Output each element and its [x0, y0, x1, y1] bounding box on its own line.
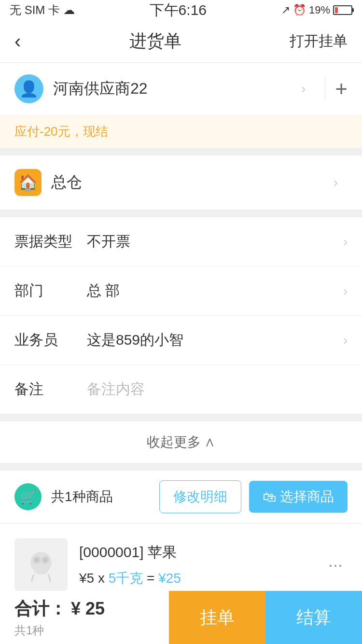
products-icon: 🛒	[14, 483, 42, 510]
total-count: 共1种	[14, 623, 154, 638]
info-text: 应付-20元，现结	[14, 124, 108, 139]
back-button[interactable]: ‹	[14, 30, 21, 52]
content-area: 👤 河南供应商22 › + 应付-20元，现结 🏠 总仓 › 票据类型 不开票 …	[0, 63, 362, 644]
select-product-icon: 🛍	[263, 489, 276, 505]
product-code: [0000001]	[79, 544, 143, 560]
product-title-name: 苹果	[148, 544, 177, 560]
product-owl-icon	[22, 546, 60, 584]
home-icon: 🏠	[18, 173, 38, 192]
salesperson-value: 这是859的小智	[72, 330, 343, 350]
salesperson-label: 业务员	[14, 330, 72, 350]
form-section: 票据类型 不开票 › 部门 总 部 › 业务员 这是859的小智 › 备注 备注…	[0, 217, 362, 414]
warehouse-name: 总仓	[51, 172, 334, 193]
svg-point-5	[34, 567, 48, 574]
product-name: [0000001] 苹果	[79, 543, 323, 562]
nav-bar: ‹ 进货单 打开挂单	[0, 20, 362, 63]
svg-point-4	[43, 558, 47, 562]
department-chevron-icon: ›	[343, 283, 348, 299]
sim-status: 无 SIM 卡 ☁	[10, 2, 75, 18]
note-placeholder: 备注内容	[72, 379, 348, 399]
status-right: ↗ ⏰ 19%	[281, 4, 352, 16]
collapse-label: 收起更多 ∧	[147, 433, 216, 451]
warehouse-chevron-icon: ›	[334, 175, 338, 190]
supplier-avatar: 👤	[14, 74, 43, 103]
select-product-button[interactable]: 🛍 选择商品	[249, 481, 348, 513]
divider	[325, 77, 325, 101]
product-info: [0000001] 苹果 ¥5 x 5千克 = ¥25	[79, 543, 323, 588]
salesperson-chevron-icon: ›	[343, 333, 348, 348]
product-price: ¥5 x 5千克 = ¥25	[79, 569, 323, 588]
total-amount: 合计： ¥ 25	[14, 597, 154, 621]
add-button[interactable]: +	[335, 77, 348, 101]
info-banner: 应付-20元，现结	[0, 115, 362, 148]
location-icon: ↗	[281, 4, 290, 16]
hang-order-button[interactable]: 挂单	[169, 591, 265, 644]
svg-point-3	[35, 558, 39, 562]
select-product-label: 选择商品	[280, 488, 334, 506]
supplier-card: 👤 河南供应商22 › + 应付-20元，现结	[0, 63, 362, 148]
form-row-salesperson[interactable]: 业务员 这是859的小智 ›	[0, 316, 362, 365]
status-left: 无 SIM 卡 ☁	[10, 2, 75, 18]
line-total: ¥25	[158, 571, 181, 586]
battery-percent: 19%	[309, 4, 330, 16]
warehouse-card[interactable]: 🏠 总仓 ›	[0, 155, 362, 210]
ticket-label: 票据类型	[14, 232, 72, 252]
open-hang-button[interactable]: 打开挂单	[290, 31, 348, 51]
svg-line-7	[48, 574, 51, 582]
department-label: 部门	[14, 281, 72, 301]
product-thumbnail	[14, 538, 68, 591]
status-time: 下午6:16	[150, 0, 207, 20]
note-label: 备注	[14, 379, 72, 399]
ticket-value: 不开票	[72, 232, 343, 252]
avatar-icon: 👤	[19, 80, 39, 98]
warehouse-icon: 🏠	[14, 169, 42, 196]
page-title: 进货单	[129, 29, 181, 53]
unit-price: ¥5	[79, 571, 94, 586]
edit-details-button[interactable]: 修改明细	[159, 480, 241, 513]
battery-icon	[333, 5, 352, 15]
price-multiply: x	[98, 571, 109, 586]
supplier-row[interactable]: 👤 河南供应商22 › +	[0, 63, 362, 115]
warehouse-row[interactable]: 🏠 总仓 ›	[0, 155, 362, 210]
status-bar: 无 SIM 卡 ☁ 下午6:16 ↗ ⏰ 19%	[0, 0, 362, 20]
total-value: ¥ 25	[71, 599, 105, 618]
form-row-ticket[interactable]: 票据类型 不开票 ›	[0, 217, 362, 266]
total-section: 合计： ¥ 25 共1种	[0, 597, 169, 638]
supplier-chevron-icon: ›	[301, 81, 306, 97]
form-row-note[interactable]: 备注 备注内容	[0, 365, 362, 414]
quantity: 5千克	[109, 571, 143, 586]
form-row-department[interactable]: 部门 总 部 ›	[0, 266, 362, 316]
collapse-row[interactable]: 收起更多 ∧	[0, 421, 362, 463]
products-count: 共1种商品	[51, 488, 159, 506]
bottom-bar: 合计： ¥ 25 共1种 挂单 结算	[0, 591, 362, 644]
total-label: 合计：	[14, 599, 67, 618]
settle-button[interactable]: 结算	[265, 591, 362, 644]
svg-line-6	[31, 574, 34, 582]
cart-icon: 🛒	[20, 489, 37, 505]
products-header: 🛒 共1种商品 修改明细 🛍 选择商品	[0, 471, 362, 523]
supplier-name: 河南供应商22	[53, 78, 301, 99]
department-value: 总 部	[72, 281, 343, 301]
product-more-button[interactable]: ···	[323, 550, 348, 580]
price-equals: =	[147, 571, 158, 586]
ticket-chevron-icon: ›	[343, 234, 348, 250]
alarm-icon: ⏰	[293, 4, 306, 16]
